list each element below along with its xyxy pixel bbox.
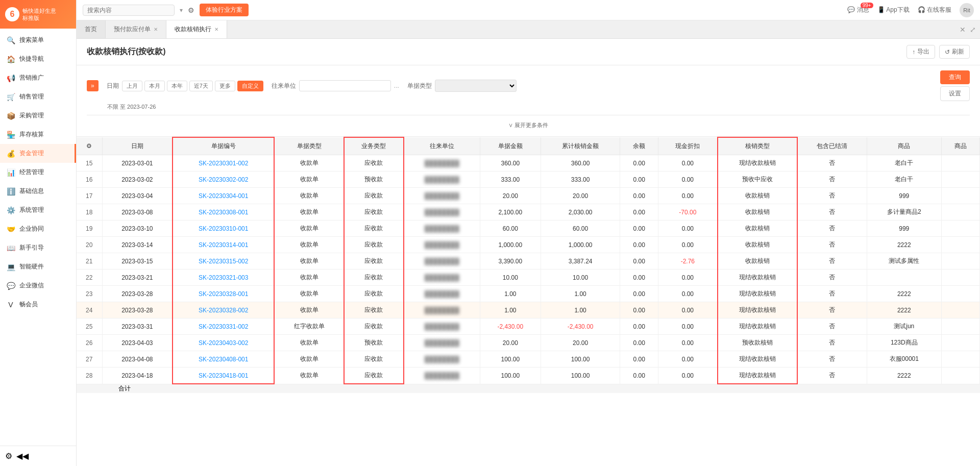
setting-btn[interactable]: 设置 xyxy=(940,86,970,101)
row-bill-no: SK-20230308-001 xyxy=(173,204,274,220)
bill-no-link[interactable]: SK-20230304-001 xyxy=(199,192,248,200)
row-date: 2023-03-28 xyxy=(102,286,173,302)
row-bill-no: SK-20230321-003 xyxy=(173,269,274,286)
close-all-icon[interactable]: ✕ xyxy=(960,26,966,34)
footer-accum-amount xyxy=(541,384,620,393)
bill-type-select[interactable] xyxy=(435,80,517,92)
bill-no-link[interactable]: SK-20230403-002 xyxy=(199,339,248,347)
row-bill-amount: 333.00 xyxy=(480,171,541,188)
bill-no-link[interactable]: SK-20230408-001 xyxy=(199,356,248,363)
member-icon: V xyxy=(6,301,15,309)
counterparty-input[interactable] xyxy=(299,80,391,91)
row-date: 2023-03-01 xyxy=(102,155,173,171)
sidebar-item-operation[interactable]: 📊 经营管理 xyxy=(0,163,76,182)
tab-prepay[interactable]: 预付款应付单 ✕ xyxy=(106,20,166,38)
row-bill-type: 收款单 xyxy=(274,351,344,367)
query-btn[interactable]: 查询 xyxy=(940,70,970,84)
row-date: 2023-03-31 xyxy=(102,318,173,335)
expand-icon: ∨ xyxy=(508,122,513,128)
refresh-btn[interactable]: ↺ 刷新 xyxy=(939,45,970,59)
app-download-btn[interactable]: 📱 App下载 xyxy=(877,6,910,14)
row-biz-type: 应收款 xyxy=(344,286,404,302)
row-bill-no: SK-20230315-002 xyxy=(173,253,274,269)
message-btn[interactable]: 💬 消息 99+ xyxy=(847,6,869,14)
row-include-settled: 否 xyxy=(797,286,867,302)
row-accum-amount: 1.00 xyxy=(541,286,620,302)
phone-icon: 📱 xyxy=(877,6,885,13)
collapse-icon[interactable]: ◀◀ xyxy=(16,451,29,461)
expand-btn[interactable]: ∨ 展开更多条件 xyxy=(508,121,548,129)
sidebar-item-basic[interactable]: ℹ️ 基础信息 xyxy=(0,182,76,201)
bill-no-link[interactable]: SK-20230331-002 xyxy=(199,323,248,330)
row-bill-amount: 1.00 xyxy=(480,286,541,302)
table-row: 23 2023-03-28 SK-20230328-001 收款单 应收款 ██… xyxy=(77,286,980,302)
sidebar-item-guide[interactable]: 📖 新手引导 xyxy=(0,238,76,257)
row-date: 2023-03-10 xyxy=(102,220,173,237)
sidebar-item-member[interactable]: V 畅会员 xyxy=(0,295,76,314)
tab-home[interactable]: 首页 xyxy=(77,20,106,38)
sidebar-item-system[interactable]: ⚙️ 系统管理 xyxy=(0,201,76,219)
sidebar-item-sales[interactable]: 🛒 销售管理 xyxy=(0,87,76,106)
bill-no-link[interactable]: SK-20230418-001 xyxy=(199,372,248,379)
expand-toggle[interactable]: » xyxy=(87,80,99,91)
gear-icon[interactable]: ⚙ xyxy=(188,6,194,14)
search-input[interactable] xyxy=(83,5,175,16)
settings-col-icon[interactable]: ⚙ xyxy=(86,142,92,150)
row-bill-type: 收款单 xyxy=(274,253,344,269)
col-settings[interactable]: ⚙ xyxy=(77,137,102,155)
row-include-settled: 否 xyxy=(797,318,867,335)
maximize-icon[interactable]: ⤢ xyxy=(970,26,976,34)
custom-date-btn[interactable]: 自定义 xyxy=(237,81,263,91)
sidebar-item-finance[interactable]: 💰 资金管理 xyxy=(0,144,76,163)
bill-no-link[interactable]: SK-20230302-002 xyxy=(199,176,248,183)
system-icon: ⚙️ xyxy=(6,206,15,214)
counterparty-dots[interactable]: ... xyxy=(394,82,399,89)
user-avatar[interactable]: Rit xyxy=(960,3,974,17)
close-receipt-icon[interactable]: ✕ xyxy=(214,27,218,32)
row-writeoff-type: 现结收款核销 xyxy=(718,367,798,384)
row-bill-no: SK-20230304-001 xyxy=(173,188,274,204)
col-bill-no: 单据编号 xyxy=(173,137,274,155)
row-balance: 0.00 xyxy=(620,335,658,351)
sidebar-item-purchase[interactable]: 📦 采购管理 xyxy=(0,106,76,125)
row-writeoff-type: 预收中应收 xyxy=(718,171,798,188)
refresh-icon: ↺ xyxy=(945,48,950,56)
bill-no-link[interactable]: SK-20230308-001 xyxy=(199,209,248,216)
bill-no-link[interactable]: SK-20230321-003 xyxy=(199,274,248,281)
last-month-btn[interactable]: 上月 xyxy=(122,81,142,91)
last-7-days-btn[interactable]: 近7天 xyxy=(189,81,213,91)
sidebar-item-hardware[interactable]: 💻 智能硬件 xyxy=(0,257,76,276)
this-year-btn[interactable]: 本年 xyxy=(167,81,187,91)
close-prepay-icon[interactable]: ✕ xyxy=(154,27,158,32)
bill-no-link[interactable]: SK-20230328-001 xyxy=(199,290,248,298)
row-goods: 999 xyxy=(867,188,941,204)
tab-receipt[interactable]: 收款核销执行 ✕ xyxy=(166,20,227,38)
this-month-btn[interactable]: 本月 xyxy=(144,81,165,91)
row-accum-amount: 20.00 xyxy=(541,188,620,204)
sidebar-item-inventory[interactable]: 🏪 库存核算 xyxy=(0,125,76,144)
sidebar-item-search[interactable]: 🔍 搜索菜单 xyxy=(0,31,76,50)
sidebar-item-quicknav[interactable]: 🏠 快捷导航 xyxy=(0,50,76,68)
col-counterparty: 往来单位 xyxy=(404,137,480,155)
sidebar-item-marketing[interactable]: 📢 营销推广 xyxy=(0,68,76,87)
row-balance: 0.00 xyxy=(620,286,658,302)
dropdown-icon[interactable]: ▾ xyxy=(180,7,183,14)
bill-no-link[interactable]: SK-20230314-001 xyxy=(199,241,248,249)
row-biz-type: 应收款 xyxy=(344,351,404,367)
sidebar-item-enterprise[interactable]: 🤝 企业协同 xyxy=(0,219,76,238)
bill-no-link[interactable]: SK-20230310-001 xyxy=(199,225,248,232)
table-row: 21 2023-03-15 SK-20230315-002 收款单 应收款 ██… xyxy=(77,253,980,269)
row-biz-type: 应收款 xyxy=(344,367,404,384)
bill-no-link[interactable]: SK-20230315-002 xyxy=(199,258,248,265)
sidebar-item-wechat[interactable]: 💬 企业微信 xyxy=(0,276,76,295)
row-counterparty: ████████ xyxy=(404,204,480,220)
export-btn[interactable]: ↑ 导出 xyxy=(906,45,935,59)
quicknav-label: 快捷导航 xyxy=(19,55,44,63)
bill-no-link[interactable]: SK-20230328-002 xyxy=(199,307,248,314)
bill-no-link[interactable]: SK-20230301-002 xyxy=(199,160,248,167)
industry-btn[interactable]: 体验行业方案 xyxy=(200,4,249,16)
row-balance: 0.00 xyxy=(620,318,658,335)
settings-icon[interactable]: ⚙ xyxy=(5,451,12,461)
more-date-btn[interactable]: 更多 xyxy=(215,81,235,91)
service-btn[interactable]: 🎧 在线客服 xyxy=(918,6,951,14)
